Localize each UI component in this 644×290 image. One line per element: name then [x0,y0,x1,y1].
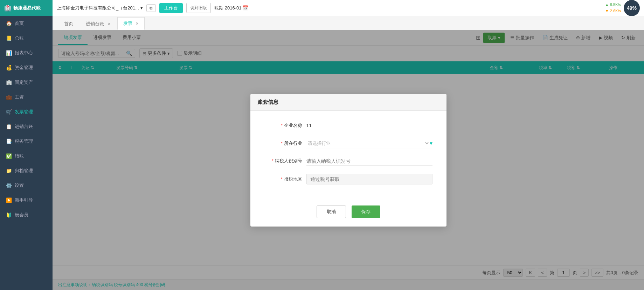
salary-icon: 💼 [6,94,12,100]
tabbar: 首页 进销台账 ✕ 发票 ✕ [53,16,644,30]
company-name: 上海卯金刀电子科技有限公司_（台201... [57,5,139,11]
sidebar-item-reports[interactable]: 📊 报表中心 [0,46,53,60]
home-icon: 🏠 [6,21,12,26]
sidebar-label-home: 首页 [15,20,24,27]
dialog-body: * 企业名称 * 所在行业 请选择行业 [250,111,446,200]
dialog-title: 账套信息 [250,94,446,111]
reports-icon: 📊 [6,50,12,56]
tab-invoice[interactable]: 发票 ✕ [117,17,145,30]
industry-select-wrap: 请选择行业 ▾ [306,139,432,148]
industry-select[interactable]: 请选择行业 [306,140,430,146]
label-tax-region: * 报税地区 [264,176,306,182]
sidebar-item-settle[interactable]: ✅ 结账 [0,149,53,163]
app-logo: 🏥 畅康通易代账 [0,0,53,16]
sidebar-item-settings[interactable]: ⚙️ 设置 [0,178,53,193]
sidebar-item-finance[interactable]: 💰 资金管理 [0,60,53,75]
label-industry: * 所在行业 [264,140,306,147]
sidebar-item-archive[interactable]: 📁 归档管理 [0,163,53,178]
form-row-tax-id: * 纳税人识别号 [264,157,432,166]
period-display: 账期 2016-01 📅 [214,5,249,11]
purchase-icon: 📋 [6,124,12,129]
input-tax-id[interactable] [306,157,432,166]
content-area: 销项发票 进项发票 费用小票 ⊞ 取票 ▾ ☰ 批量操作 [53,30,644,290]
sidebar-label-guide: 新手引导 [15,197,33,203]
company-dropdown-icon: ▾ [140,5,143,11]
invoice-icon: 🛒 [6,109,12,115]
sidebar-item-purchase[interactable]: 📋 进销台账 [0,119,53,134]
dialog-account-info: 账套信息 * 企业名称 * 所在行业 [250,94,446,227]
speed-up: ▲ 8.5K/s [605,2,621,8]
form-row-tax-region: * 报税地区 [264,174,432,184]
topbar-right: ▲ 8.5K/s ▼ 2.6K/s 49% [605,0,640,16]
sidebar-label-settle: 结账 [15,153,24,159]
sidebar-label-invoice: 发票管理 [15,109,33,115]
vip-icon: 🔰 [6,212,12,218]
settings-icon: ⚙️ [6,183,12,188]
sidebar-label-finance: 资金管理 [15,65,33,71]
form-row-company: * 企业名称 [264,121,432,130]
sidebar-label-purchase: 进销台账 [15,123,33,130]
sidebar-label-settings: 设置 [15,182,24,189]
sidebar-label-ledger: 总账 [15,35,24,41]
workbench-button[interactable]: 工作台 [159,3,183,13]
sidebar-item-home[interactable]: 🏠 首页 [0,16,53,31]
main-area: 上海卯金刀电子科技有限公司_（台201... ▾ ⧉ 工作台 切到旧版 账期 2… [53,0,644,290]
speed-indicator: 49% [624,0,640,16]
modal-overlay: 账套信息 * 企业名称 * 所在行业 [53,30,644,290]
switch-old-button[interactable]: 切到旧版 [186,3,211,13]
tab-purchase[interactable]: 进销台账 ✕ [80,18,117,30]
sidebar-label-assets: 固定资产 [15,79,33,86]
label-tax-id: * 纳税人识别号 [264,158,306,164]
period-value: 2016-01 [225,5,242,11]
archive-icon: 📁 [6,168,12,174]
tax-icon: 📑 [6,139,12,144]
chevron-down-icon: ▾ [430,140,432,147]
required-star: * [281,123,283,128]
assets-icon: 🏢 [6,80,12,85]
tab-home[interactable]: 首页 [58,18,79,30]
sidebar-item-vip[interactable]: 🔰 畅会员 [0,208,53,222]
sidebar-label-salary: 工资 [15,94,24,100]
period-label: 账期 [214,5,223,11]
required-star-4: * [281,176,283,182]
sidebar-label-reports: 报表中心 [15,50,33,56]
input-company-name[interactable] [306,121,432,130]
app-name: 畅康通易代账 [13,5,41,11]
sidebar-item-assets[interactable]: 🏢 固定资产 [0,75,53,90]
finance-icon: 💰 [6,65,12,70]
form-row-industry: * 所在行业 请选择行业 ▾ [264,139,432,148]
copy-button[interactable]: ⧉ [146,4,156,12]
calendar-icon[interactable]: 📅 [243,5,248,11]
input-tax-region [306,174,432,184]
ledger-icon: 📒 [6,35,12,41]
topbar-icons: ⧉ [146,4,156,12]
sidebar-item-tax[interactable]: 📑 税务管理 [0,134,53,149]
speed-text: ▲ 8.5K/s ▼ 2.6K/s [605,2,621,14]
logo-icon: 🏥 [4,5,11,12]
company-selector[interactable]: 上海卯金刀电子科技有限公司_（台201... ▾ [57,5,143,11]
cancel-button[interactable]: 取消 [317,205,346,218]
save-button[interactable]: 保存 [352,205,380,218]
guide-icon: ▶️ [6,197,12,203]
tab-purchase-close[interactable]: ✕ [108,22,111,26]
topbar: 上海卯金刀电子科技有限公司_（台201... ▾ ⧉ 工作台 切到旧版 账期 2… [53,0,644,16]
sidebar-item-ledger[interactable]: 📒 总账 [0,31,53,46]
sidebar-label-tax: 税务管理 [15,138,33,144]
sidebar-item-invoice[interactable]: 🛒 发票管理 [0,104,53,119]
sidebar-item-salary[interactable]: 💼 工资 [0,90,53,104]
settle-icon: ✅ [6,153,12,159]
required-star-2: * [281,141,283,146]
dialog-footer: 取消 保存 [250,200,446,227]
tab-invoice-close[interactable]: ✕ [136,21,139,26]
sidebar-label-vip: 畅会员 [15,212,28,218]
required-star-3: * [272,158,273,163]
sidebar-item-guide[interactable]: ▶️ 新手引导 [0,193,53,208]
sidebar-label-archive: 归档管理 [15,168,33,174]
label-company: * 企业名称 [264,122,306,129]
sidebar: 🏥 畅康通易代账 🏠 首页 📒 总账 📊 报表中心 💰 资金管理 🏢 固定资产 … [0,0,53,290]
speed-down: ▼ 2.6K/s [605,8,621,14]
